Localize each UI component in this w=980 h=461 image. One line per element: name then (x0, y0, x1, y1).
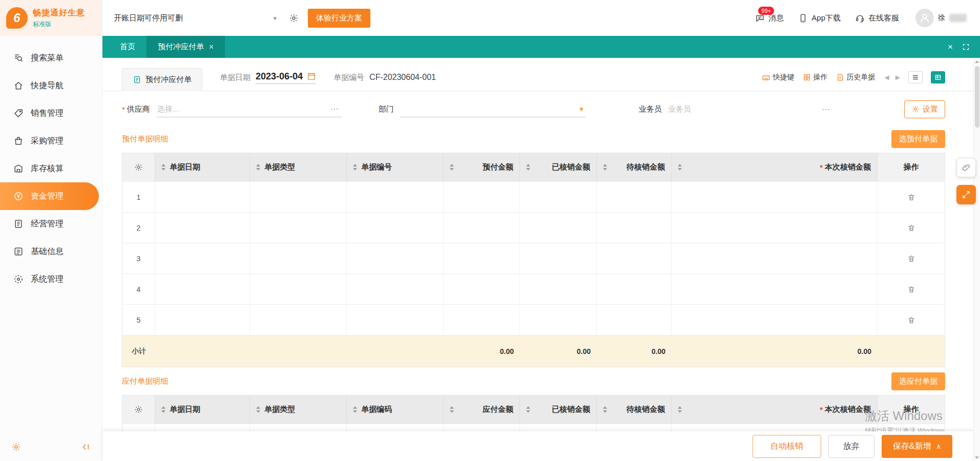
sidebar-item-search-menu[interactable]: 搜索菜单 (0, 44, 102, 72)
sidebar-item-quick-nav[interactable]: 快捷导航 (0, 72, 102, 99)
doc-date-picker[interactable]: 2023-06-04 (256, 71, 316, 84)
cell-pending[interactable] (597, 274, 672, 304)
ellipsis-icon[interactable]: ⋯ (820, 104, 833, 114)
cell-type[interactable] (250, 424, 347, 431)
sort-icon[interactable] (526, 164, 530, 171)
sort-icon[interactable] (603, 406, 607, 413)
cell-no[interactable] (347, 213, 444, 243)
tab-prepay-writeoff[interactable]: 预付冲应付单 × (147, 36, 225, 58)
cell-no[interactable] (347, 424, 444, 431)
delete-row-button[interactable] (907, 316, 915, 324)
sort-icon[interactable] (161, 406, 165, 413)
cell-current[interactable] (672, 274, 878, 304)
ellipsis-icon[interactable]: ⋯ (328, 104, 342, 114)
cell-current[interactable] (672, 213, 878, 243)
sort-icon[interactable] (678, 406, 682, 413)
sidebar-item-purchase[interactable]: 采购管理 (0, 127, 102, 155)
user-menu[interactable]: 徐 (915, 9, 967, 27)
supplier-input[interactable] (156, 101, 328, 117)
messages-button[interactable]: 99+ 消息 (755, 13, 784, 23)
cell-current[interactable] (672, 182, 878, 212)
cell-amount[interactable] (444, 274, 520, 304)
attachment-button[interactable] (956, 158, 976, 177)
delete-row-button[interactable] (907, 285, 915, 294)
discard-button[interactable]: 放弃 (828, 435, 874, 458)
select-prepay-docs-button[interactable]: 选预付单据 (891, 130, 945, 148)
cell-pending[interactable] (597, 182, 672, 212)
cell-date[interactable] (155, 305, 250, 335)
cell-type[interactable] (250, 243, 347, 274)
app-download-button[interactable]: App下载 (798, 13, 841, 23)
department-input[interactable] (400, 101, 577, 117)
chevron-down-icon[interactable]: ▾ (577, 104, 586, 114)
sort-icon[interactable] (353, 406, 357, 413)
list-view-button[interactable] (908, 71, 923, 83)
cell-date[interactable] (155, 213, 250, 243)
cell-amount[interactable] (444, 243, 520, 274)
shortcut-keys-button[interactable]: 快捷键 (762, 73, 795, 82)
sort-icon[interactable] (526, 406, 530, 413)
cell-date[interactable] (155, 243, 250, 274)
cell-pending[interactable] (597, 213, 672, 243)
prev-doc-icon[interactable]: ◀ (885, 74, 889, 81)
scroll-down-icon[interactable] (974, 454, 980, 461)
cell-written[interactable] (520, 213, 597, 243)
delete-row-button[interactable] (907, 255, 915, 263)
sidebar-item-basic-info[interactable]: 基础信息 (0, 238, 102, 265)
industry-solution-button[interactable]: 体验行业方案 (308, 9, 370, 28)
close-icon[interactable]: × (948, 43, 953, 51)
cell-amount[interactable] (444, 424, 520, 431)
sort-icon[interactable] (161, 164, 165, 171)
gear-icon[interactable] (11, 442, 21, 452)
sort-icon[interactable] (353, 164, 357, 171)
cell-written[interactable] (520, 305, 597, 335)
cell-written[interactable] (520, 274, 597, 304)
cell-amount[interactable] (444, 213, 520, 243)
sidebar-item-inventory[interactable]: 库存核算 (0, 155, 102, 182)
cell-type[interactable] (250, 274, 347, 304)
sort-icon[interactable] (678, 164, 682, 171)
cell-pending[interactable] (597, 424, 672, 431)
cell-no[interactable] (347, 305, 444, 335)
cell-type[interactable] (250, 305, 347, 335)
sort-icon[interactable] (450, 164, 454, 171)
cell-written[interactable] (520, 243, 597, 274)
column-settings-button[interactable] (122, 395, 155, 424)
grid-view-button[interactable] (931, 71, 945, 83)
history-docs-button[interactable]: 历史单据 (836, 73, 875, 82)
delete-row-button[interactable] (907, 224, 915, 232)
sidebar-item-system[interactable]: 系统管理 (0, 265, 102, 293)
cell-current[interactable] (672, 424, 878, 431)
select-payable-docs-button[interactable]: 选应付单据 (891, 372, 945, 390)
account-set-select[interactable]: 开账日期可停用可删 ▾ (111, 9, 280, 27)
cell-pending[interactable] (597, 243, 672, 274)
sidebar-item-funds[interactable]: 资金管理 (0, 182, 99, 210)
cell-current[interactable] (672, 243, 878, 274)
sidebar-item-operations[interactable]: 经营管理 (0, 210, 102, 238)
sort-icon[interactable] (256, 164, 260, 171)
sort-icon[interactable] (603, 164, 607, 171)
collapse-sidebar-icon[interactable] (81, 442, 91, 452)
cell-date[interactable] (155, 182, 250, 212)
sort-icon[interactable] (450, 406, 454, 413)
cell-pending[interactable] (597, 305, 672, 335)
cell-date[interactable] (155, 274, 250, 304)
vertical-scrollbar[interactable] (973, 58, 980, 461)
sort-icon[interactable] (256, 406, 260, 413)
tab-home[interactable]: 首页 (109, 36, 147, 58)
cell-type[interactable] (250, 182, 347, 212)
gear-icon[interactable] (289, 13, 299, 23)
settings-button[interactable]: 设置 (904, 100, 945, 118)
doc-title-tab[interactable]: 预付冲应付单 (122, 68, 202, 91)
delete-row-button[interactable] (907, 193, 915, 201)
auto-writeoff-button[interactable]: 自动核销 (753, 435, 821, 458)
cell-date[interactable] (155, 424, 250, 431)
cell-current[interactable] (672, 305, 878, 335)
close-icon[interactable]: × (209, 43, 214, 52)
fullscreen-icon[interactable] (962, 43, 970, 51)
calendar-icon[interactable] (307, 72, 316, 81)
cell-no[interactable] (347, 182, 444, 212)
cell-amount[interactable] (444, 182, 520, 212)
next-doc-icon[interactable]: ▶ (895, 74, 900, 81)
clerk-input[interactable]: 业务员 ⋯ (668, 104, 833, 114)
